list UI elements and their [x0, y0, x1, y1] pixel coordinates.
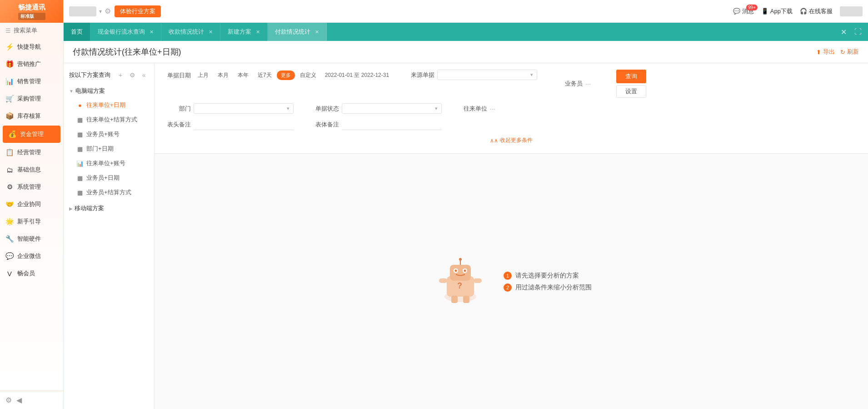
date-current-month[interactable]: 本月 [214, 70, 233, 81]
online-service-btn[interactable]: 🎧 在线客服 [800, 7, 833, 15]
settings-icon[interactable]: ⚙ [5, 396, 12, 404]
related-unit-label: 往来单位 [460, 105, 487, 113]
guide-icon: 🌟 [5, 217, 14, 226]
sidebar-item-label: 营销推广 [17, 60, 41, 68]
date-custom[interactable]: 自定义 [296, 70, 320, 81]
tab-bank-flow[interactable]: 现金银行流水查询✕ [90, 23, 161, 41]
scheme-item-icon: ▦ [76, 189, 84, 196]
sidebar-item-hardware[interactable]: 🔧智能硬件 [0, 230, 63, 247]
message-btn[interactable]: 💬 消息 99+ [733, 7, 754, 15]
refresh-button[interactable]: ↻ 刷新 [840, 48, 859, 56]
scheme-item-unit-date[interactable]: ●往来单位+日期 [64, 98, 154, 112]
scheme-group-arrow-icon: ▼ [69, 89, 74, 94]
tab-new-scheme[interactable]: 新建方案✕ [220, 23, 268, 41]
query-button[interactable]: 查询 [616, 70, 646, 83]
user-avatar[interactable] [840, 6, 863, 16]
tab-close-icon[interactable]: ✕ [150, 29, 154, 35]
collapse-filter-btn[interactable]: ∧∧ 收起更多条件 [164, 134, 859, 147]
source-select[interactable]: ▾ [437, 70, 537, 80]
doc-status-chevron-icon: ▾ [435, 106, 438, 111]
svg-rect-2 [450, 265, 471, 281]
sidebar-item-enterprise[interactable]: 🤝企业协同 [0, 196, 63, 213]
empty-tips: 1 请先选择要分析的方案 2 用过滤条件来缩小分析范围 [504, 272, 592, 292]
quick-nav-icon: ⚡ [5, 43, 14, 51]
sidebar-item-operations[interactable]: 📋经营管理 [0, 144, 63, 161]
scheme-group-title-desktop[interactable]: ▼电脑端方案 [64, 84, 154, 98]
scheme-collapse-icon[interactable]: « [140, 71, 149, 80]
sidebar-item-basic-info[interactable]: 🗂基础信息 [0, 161, 63, 178]
source-label: 来源单据 [407, 71, 434, 79]
date-more[interactable]: 更多 [277, 71, 295, 80]
date-current-year[interactable]: 本年 [234, 70, 253, 81]
related-unit-dots[interactable]: ··· [490, 105, 495, 112]
scheme-item-dept-date[interactable]: ▦部门+日期 [64, 141, 154, 156]
staff-dots[interactable]: ··· [585, 80, 591, 87]
sidebar-item-member[interactable]: V畅会员 [0, 265, 63, 282]
tab-bar: 首页现金银行流水查询✕收款情况统计✕新建方案✕付款情况统计✕ ✕ ⛶ [64, 23, 868, 41]
close-tab-icon[interactable]: ✕ [837, 25, 850, 38]
empty-content: ? 1 请先选择要分析的方案 2 用过滤条件来缩小分析范围 [431, 256, 592, 307]
tab-home[interactable]: 首页 [64, 23, 90, 41]
add-scheme-icon[interactable]: + [116, 71, 125, 80]
staff-label: 业务员 [555, 80, 583, 88]
page-header-actions: ⬆ 导出 ↻ 刷新 [816, 48, 859, 56]
filter-settings-btn[interactable]: 设置 [616, 85, 646, 98]
sidebar-item-label: 经营管理 [17, 148, 41, 157]
scheme-item-label: 业务员+账号 [86, 130, 120, 138]
sidebar-item-sales[interactable]: 📊销售管理 [0, 73, 63, 90]
sidebar-item-label: 快捷导航 [17, 43, 41, 51]
scheme-group-title-mobile[interactable]: ▶移动端方案 [64, 202, 154, 215]
message-icon: 💬 [733, 8, 740, 15]
tab-close-icon[interactable]: ✕ [209, 29, 213, 35]
header-note-input[interactable] [194, 119, 294, 130]
sidebar-item-quick-nav[interactable]: ⚡快捷导航 [0, 38, 63, 56]
empty-tip-2: 2 用过滤条件来缩小分析范围 [504, 283, 592, 292]
topbar-chevron-icon[interactable]: ▾ [99, 8, 102, 15]
dept-select[interactable]: ▾ [194, 103, 294, 114]
svg-point-5 [455, 270, 457, 272]
date-range-display: 2022-01-01 至 2022-12-31 [325, 71, 389, 79]
doc-status-select[interactable]: ▾ [342, 103, 442, 114]
body-note-label: 表体备注 [312, 121, 339, 129]
tab-close-icon[interactable]: ✕ [315, 29, 319, 35]
export-button[interactable]: ⬆ 导出 [816, 48, 835, 56]
collapse-sidebar-icon[interactable]: ◀ [16, 396, 22, 404]
date-last-month[interactable]: 上月 [194, 70, 213, 81]
sidebar-item-marketing[interactable]: 🎁营销推广 [0, 56, 63, 73]
page-title: 付款情况统计(往来单位+日期) [73, 46, 181, 57]
topbar: ▾ ⚙ 体验行业方案 💬 消息 99+ 📱 App下载 🎧 在线客服 [64, 0, 868, 23]
company-avatar [69, 6, 96, 16]
topbar-gear-icon[interactable]: ⚙ [105, 7, 111, 15]
trial-button[interactable]: 体验行业方案 [115, 5, 161, 17]
scheme-item-staff-date[interactable]: ▦业务员+日期 [64, 171, 154, 185]
message-badge: 99+ [746, 5, 758, 10]
tab-close-icon[interactable]: ✕ [256, 29, 260, 35]
sidebar-item-system[interactable]: ⚙系统管理 [0, 178, 63, 196]
tab-actions: ✕ ⛶ [837, 25, 868, 38]
scheme-settings-icon[interactable]: ⚙ [128, 71, 137, 80]
search-menu[interactable]: ☰ 搜索菜单 [0, 23, 63, 38]
tab-receipt-stats[interactable]: 收款情况统计✕ [161, 23, 220, 41]
tab-payment-stats[interactable]: 付款情况统计✕ [268, 23, 327, 41]
scheme-item-staff-settle[interactable]: ▦业务员+结算方式 [64, 185, 154, 200]
svg-point-6 [464, 270, 466, 272]
sidebar-item-guide[interactable]: 🌟新手引导 [0, 213, 63, 230]
sidebar-item-finance[interactable]: 💰资金管理 [3, 126, 60, 143]
app-download-btn[interactable]: 📱 App下载 [761, 7, 793, 15]
date-last-7days[interactable]: 近7天 [254, 70, 276, 81]
sidebar-item-purchase[interactable]: 🛒采购管理 [0, 90, 63, 107]
scheme-item-icon: ▦ [76, 174, 84, 182]
export-icon: ⬆ [816, 49, 821, 56]
sidebar-item-label: 畅会员 [17, 269, 35, 278]
sidebar-item-wechat[interactable]: 💬企业微信 [0, 247, 63, 265]
scheme-header: 按以下方案查询 + ⚙ « [64, 68, 154, 82]
scheme-item-unit-account[interactable]: 📊往来单位+账号 [64, 156, 154, 171]
body-note-input[interactable] [342, 119, 442, 130]
scheme-item-staff-account[interactable]: ▦业务员+账号 [64, 127, 154, 141]
sidebar-item-inventory[interactable]: 📦库存核算 [0, 107, 63, 125]
member-icon: V [5, 269, 14, 278]
scheme-item-unit-settle[interactable]: ▦往来单位+结算方式 [64, 112, 154, 127]
sidebar-item-label: 系统管理 [17, 183, 41, 191]
expand-icon[interactable]: ⛶ [852, 25, 864, 38]
sidebar-item-label: 智能硬件 [17, 235, 41, 243]
